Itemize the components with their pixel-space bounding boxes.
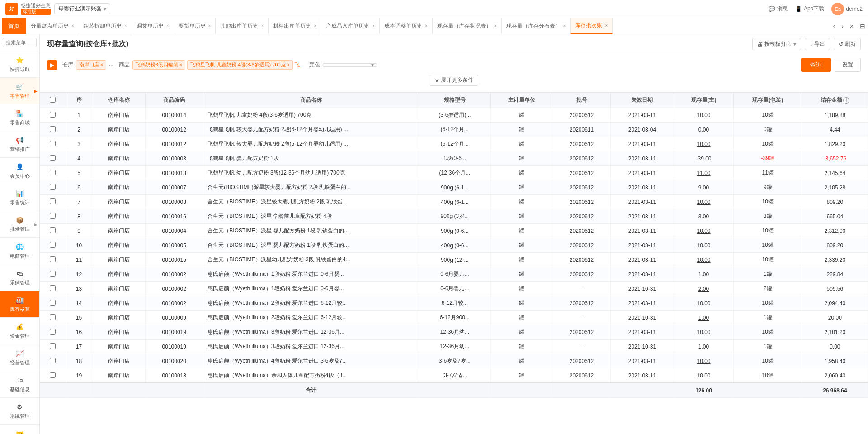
row-qty-main[interactable]: 10.00 bbox=[674, 137, 734, 151]
row-qty-main[interactable]: -39.00 bbox=[674, 151, 734, 166]
row-qty-main[interactable]: 9.00 bbox=[674, 180, 734, 195]
sidebar-item-cooperation[interactable]: 🤝 企业协同 bbox=[0, 425, 39, 434]
row-checkbox-4[interactable] bbox=[40, 151, 66, 166]
tab-split-close[interactable]: × bbox=[71, 24, 74, 28]
sidebar-item-retail[interactable]: 🛒 零售管理 ▶ bbox=[0, 78, 39, 104]
sidebar-item-wholesale[interactable]: 📦 批发管理 ▶ bbox=[0, 211, 39, 238]
warehouse-tag-nanyan[interactable]: 南岸门店 × bbox=[76, 60, 106, 70]
row-checkbox-19[interactable] bbox=[40, 368, 66, 383]
row-qty-main[interactable]: 10.00 bbox=[674, 108, 734, 123]
row-qty-main[interactable]: 10.00 bbox=[674, 325, 734, 340]
tab-cost-adjust[interactable]: 成本调整单历史 × bbox=[380, 18, 433, 34]
query-button[interactable]: 查询 bbox=[801, 58, 831, 72]
filter-expand-arrow[interactable]: ▶ bbox=[47, 60, 57, 70]
row-qty-main[interactable]: 10.00 bbox=[674, 368, 734, 383]
sidebar-item-base[interactable]: 🗂 基础信息 bbox=[0, 371, 39, 398]
tab-other-out-close[interactable]: × bbox=[261, 24, 264, 28]
tab-stock-status-close[interactable]: × bbox=[494, 24, 497, 28]
sidebar-item-marketing[interactable]: 📢 营销推广 bbox=[0, 131, 39, 158]
tab-query[interactable]: 调拨单历史 × bbox=[132, 18, 174, 34]
tab-query-close[interactable]: × bbox=[166, 24, 169, 28]
tab-product-in-close[interactable]: × bbox=[372, 24, 375, 28]
row-checkbox-17[interactable] bbox=[40, 340, 66, 354]
row-qty-main[interactable]: 1.00 bbox=[674, 311, 734, 325]
row-checkbox-7[interactable] bbox=[40, 195, 66, 209]
row-checkbox-10[interactable] bbox=[40, 238, 66, 253]
product-tag-2[interactable]: 飞鹤星飞帆 儿童奶粉 4段(3-6岁适用) 700克 × bbox=[187, 60, 293, 70]
tab-cost-adjust-close[interactable]: × bbox=[425, 24, 428, 28]
sidebar-item-retail-shop[interactable]: 🏪 零售商城 bbox=[0, 104, 39, 131]
row-checkbox-2[interactable] bbox=[40, 123, 66, 137]
row-checkbox-16[interactable] bbox=[40, 325, 66, 340]
sidebar-item-ecommerce[interactable]: 🌐 电商管理 bbox=[0, 238, 39, 264]
row-checkbox-9[interactable] bbox=[40, 224, 66, 238]
row-checkbox-15[interactable] bbox=[40, 311, 66, 325]
account-selector[interactable]: 母婴行业演示账套 bbox=[54, 3, 110, 14]
row-qty-main[interactable]: 3.00 bbox=[674, 209, 734, 224]
tab-home[interactable]: 首页 bbox=[2, 18, 26, 34]
sidebar-item-purchase[interactable]: 🛍 采购管理 bbox=[0, 264, 39, 291]
tab-product-in[interactable]: 产成品入库单历史 × bbox=[321, 18, 380, 34]
col-checkbox[interactable] bbox=[40, 93, 66, 108]
product-tag-2-remove[interactable]: × bbox=[287, 62, 290, 67]
product-more-btn[interactable]: 飞... bbox=[295, 61, 304, 68]
sidebar-item-inventory[interactable]: 🏭 库存核算 bbox=[0, 291, 39, 318]
row-qty-main[interactable]: 10.00 bbox=[674, 253, 734, 267]
sidebar-item-system[interactable]: ⚙ 系统管理 bbox=[0, 398, 39, 425]
row-qty-main[interactable]: 10.00 bbox=[674, 354, 734, 368]
row-qty-main[interactable]: 10.00 bbox=[674, 195, 734, 209]
row-checkbox-3[interactable] bbox=[40, 137, 66, 151]
tab-disassemble[interactable]: 组装拆卸单历史 × bbox=[79, 18, 132, 34]
message-btn[interactable]: 💬 消息 bbox=[769, 5, 788, 13]
setting-button[interactable]: 设置 bbox=[835, 58, 861, 72]
tab-demand[interactable]: 要货单历史 × bbox=[174, 18, 216, 34]
tab-prev-btn[interactable]: ‹ bbox=[830, 23, 838, 30]
sidebar-item-finance[interactable]: 💰 资金管理 bbox=[0, 318, 39, 344]
row-qty-main[interactable]: 1.00 bbox=[674, 340, 734, 354]
row-checkbox-6[interactable] bbox=[40, 180, 66, 195]
row-qty-main[interactable]: 0.00 bbox=[674, 123, 734, 137]
user-area[interactable]: Ea demo2 bbox=[831, 3, 863, 15]
sidebar-item-shortcut[interactable]: ⭐ 快捷导航 bbox=[0, 51, 39, 78]
row-checkbox-1[interactable] bbox=[40, 108, 66, 123]
tab-other-out[interactable]: 其他出库单历史 × bbox=[216, 18, 269, 34]
row-checkbox-18[interactable] bbox=[40, 354, 66, 368]
tab-menu-btn[interactable]: ⊟ bbox=[857, 23, 868, 30]
search-input[interactable] bbox=[3, 38, 37, 47]
tab-next-btn[interactable]: › bbox=[839, 23, 846, 30]
select-all-checkbox[interactable] bbox=[50, 97, 56, 103]
refresh-btn[interactable]: ↺ 刷新 bbox=[834, 38, 861, 50]
print-btn[interactable]: 🖨 按模板打印 bbox=[752, 38, 801, 50]
tab-batch-ledger-close[interactable]: × bbox=[605, 23, 608, 28]
row-checkbox-5[interactable] bbox=[40, 166, 66, 180]
export-btn[interactable]: ↓ 导出 bbox=[805, 38, 830, 50]
color-dropdown[interactable]: ▾ bbox=[323, 63, 377, 67]
row-qty-main[interactable]: 10.00 bbox=[674, 296, 734, 311]
tab-material-out-close[interactable]: × bbox=[314, 24, 316, 28]
product-tag-1-remove[interactable]: × bbox=[179, 62, 182, 67]
tab-close-all-btn[interactable]: × bbox=[847, 23, 856, 30]
tab-batch-ledger[interactable]: 库存批次账 × bbox=[571, 18, 613, 34]
sidebar-item-operation[interactable]: 📈 经营管理 bbox=[0, 344, 39, 371]
tab-stock-status[interactable]: 现存量（库存状况表） × bbox=[433, 18, 502, 34]
row-qty-main[interactable]: 10.00 bbox=[674, 224, 734, 238]
expand-more-btn[interactable]: ∨ 展开更多条件 bbox=[430, 75, 478, 86]
warehouse-tag-remove[interactable]: × bbox=[100, 62, 103, 67]
row-checkbox-14[interactable] bbox=[40, 296, 66, 311]
row-checkbox-13[interactable] bbox=[40, 282, 66, 296]
row-qty-main[interactable]: 1.00 bbox=[674, 267, 734, 282]
row-qty-main[interactable]: 11.00 bbox=[674, 166, 734, 180]
row-checkbox-8[interactable] bbox=[40, 209, 66, 224]
sidebar-item-member[interactable]: 👤 会员中心 bbox=[0, 158, 39, 184]
row-qty-main[interactable]: 2.00 bbox=[674, 282, 734, 296]
warehouse-more-btn[interactable]: ··· bbox=[109, 62, 113, 68]
tab-stock-dist[interactable]: 现存量（库存分布表） × bbox=[502, 18, 571, 34]
product-tag-1[interactable]: 飞鹤奶粉3段四罐装 × bbox=[132, 60, 185, 70]
row-checkbox-11[interactable] bbox=[40, 253, 66, 267]
tab-material-out[interactable]: 材料出库单历史 × bbox=[269, 18, 321, 34]
tab-demand-close[interactable]: × bbox=[208, 24, 211, 28]
row-checkbox-12[interactable] bbox=[40, 267, 66, 282]
sidebar-item-retail-stat[interactable]: 📊 零售统计 bbox=[0, 184, 39, 211]
tab-disassemble-close[interactable]: × bbox=[124, 24, 127, 28]
app-download-btn[interactable]: 📱 App下载 bbox=[795, 5, 824, 13]
